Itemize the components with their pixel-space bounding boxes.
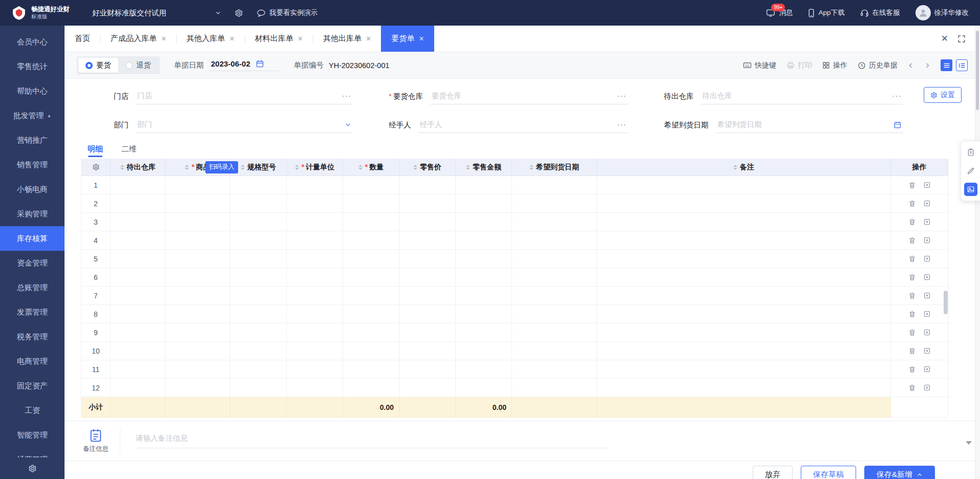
request-warehouse-input[interactable]: 要货仓库 ···: [430, 91, 628, 104]
sidebar-item[interactable]: 小畅电商: [0, 177, 65, 202]
column-header[interactable]: 零售价: [399, 159, 456, 176]
grid-cell[interactable]: [165, 213, 230, 231]
row-number-cell[interactable]: 10: [81, 342, 111, 360]
outbound-warehouse-input[interactable]: 待出仓库 ···: [701, 91, 903, 104]
delete-row-icon[interactable]: [908, 310, 916, 318]
radio-return-goods[interactable]: 退货: [118, 58, 158, 73]
grid-cell[interactable]: [597, 360, 891, 378]
sort-icon[interactable]: [120, 165, 124, 170]
grid-cell[interactable]: [230, 379, 287, 397]
grid-cell[interactable]: [456, 323, 512, 341]
grid-cell[interactable]: [399, 323, 456, 341]
grid-cell[interactable]: [165, 360, 230, 378]
grid-cell[interactable]: [230, 268, 287, 286]
grid-cell[interactable]: [399, 305, 456, 323]
grid-cell[interactable]: [287, 194, 343, 212]
sidebar-item[interactable]: 发票管理: [0, 300, 65, 324]
column-config-button[interactable]: [81, 159, 111, 176]
chevron-down-icon[interactable]: [345, 121, 351, 128]
column-header[interactable]: 零售金额: [456, 159, 512, 176]
grid-cell[interactable]: [287, 379, 343, 397]
sort-icon[interactable]: [413, 165, 417, 170]
insert-row-icon[interactable]: [923, 310, 931, 318]
grid-cell[interactable]: [287, 305, 343, 323]
delete-row-icon[interactable]: [908, 273, 916, 281]
grid-cell[interactable]: [512, 379, 597, 397]
sidebar-item[interactable]: 库存核算: [0, 226, 65, 251]
history-documents-button[interactable]: 历史单据: [858, 61, 898, 70]
sort-icon[interactable]: [241, 165, 245, 170]
document-tab[interactable]: 要货单×: [381, 26, 434, 52]
insert-row-icon[interactable]: [923, 181, 931, 189]
scroll-down-icon[interactable]: [966, 441, 972, 445]
document-tab[interactable]: 材料出库单×: [245, 26, 313, 52]
grid-cell[interactable]: [343, 213, 399, 231]
grid-cell[interactable]: [343, 305, 399, 323]
sidebar-item[interactable]: 批发管理▲: [0, 103, 65, 128]
grid-cell[interactable]: [165, 379, 230, 397]
delete-row-icon[interactable]: [908, 329, 916, 336]
row-number-cell[interactable]: 8: [81, 305, 111, 323]
grid-cell[interactable]: [597, 287, 891, 304]
grid-cell[interactable]: [456, 176, 512, 194]
grid-cell[interactable]: [165, 268, 230, 286]
insert-row-icon[interactable]: [923, 347, 931, 355]
grid-cell[interactable]: [512, 176, 597, 194]
grid-cell[interactable]: [456, 287, 512, 304]
grid-cell[interactable]: [399, 231, 456, 249]
calendar-icon[interactable]: [893, 121, 902, 129]
preview-image-icon[interactable]: [964, 183, 977, 196]
grid-cell[interactable]: [287, 342, 343, 360]
row-number-cell[interactable]: 11: [81, 360, 111, 378]
grid-cell[interactable]: [512, 250, 597, 268]
prev-document-icon[interactable]: [908, 62, 914, 69]
column-header[interactable]: 待出仓库: [111, 159, 165, 176]
grid-cell[interactable]: [399, 287, 456, 304]
insert-row-icon[interactable]: [923, 200, 931, 207]
grid-cell[interactable]: [343, 176, 399, 194]
grid-cell[interactable]: [512, 305, 597, 323]
delete-row-icon[interactable]: [908, 365, 916, 373]
tab-close-icon[interactable]: ×: [366, 35, 371, 43]
list-view-toggle[interactable]: [941, 59, 952, 71]
grid-cell[interactable]: [111, 176, 165, 194]
column-header[interactable]: 操作: [891, 159, 948, 176]
radio-request-goods[interactable]: 要货: [78, 58, 118, 73]
online-support-button[interactable]: 在线客服: [860, 8, 900, 17]
grid-cell[interactable]: [597, 250, 891, 268]
grid-cell[interactable]: [287, 360, 343, 378]
grid-cell[interactable]: [399, 176, 456, 194]
document-tab[interactable]: 首页: [65, 26, 100, 52]
row-number-cell[interactable]: 2: [81, 194, 111, 212]
delete-row-icon[interactable]: [908, 218, 916, 226]
calendar-icon[interactable]: [255, 59, 264, 68]
grid-cell[interactable]: [456, 342, 512, 360]
grid-cell[interactable]: [111, 194, 165, 212]
grid-cell[interactable]: [165, 231, 230, 249]
grid-cell[interactable]: [597, 305, 891, 323]
sidebar-item[interactable]: 固定资产: [0, 374, 65, 398]
insert-row-icon[interactable]: [923, 329, 931, 336]
sidebar-item[interactable]: 会员中心: [0, 30, 65, 54]
grid-cell[interactable]: [597, 213, 891, 231]
grid-cell[interactable]: [512, 323, 597, 341]
column-header[interactable]: 商品扫码录入: [165, 159, 230, 176]
product-selector[interactable]: 好业财标准版交付试用: [92, 8, 221, 18]
tab-2d[interactable]: 二维: [121, 139, 137, 159]
delete-row-icon[interactable]: [908, 255, 916, 263]
grid-cell[interactable]: [456, 360, 512, 378]
delete-row-icon[interactable]: [908, 384, 916, 391]
document-tab[interactable]: 其他入库单×: [176, 26, 244, 52]
grid-cell[interactable]: [111, 342, 165, 360]
sort-icon[interactable]: [466, 165, 470, 170]
grid-cell[interactable]: [456, 379, 512, 397]
grid-cell[interactable]: [343, 379, 399, 397]
ellipsis-picker-icon[interactable]: ···: [892, 94, 902, 99]
column-header[interactable]: 规格型号: [230, 159, 287, 176]
grid-cell[interactable]: [343, 323, 399, 341]
grid-cell[interactable]: [456, 268, 512, 286]
row-number-cell[interactable]: 12: [81, 379, 111, 397]
detail-view-toggle[interactable]: [956, 59, 968, 71]
row-number-cell[interactable]: 7: [81, 287, 111, 304]
messages-button[interactable]: 99+ 消息: [766, 8, 793, 17]
